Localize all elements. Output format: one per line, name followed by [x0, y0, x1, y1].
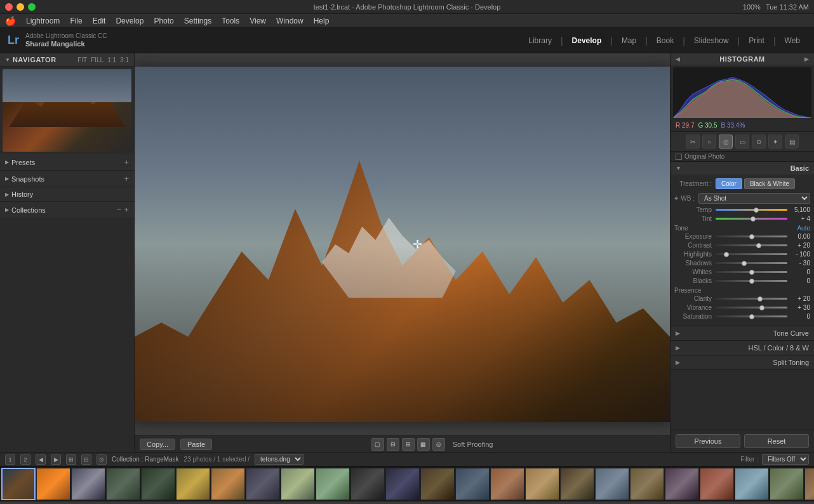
previous-button[interactable]: Previous [676, 434, 740, 448]
whites-thumb[interactable] [749, 270, 754, 275]
presets-header[interactable]: ▶ Presets + [0, 154, 134, 170]
exposure-slider[interactable] [716, 235, 787, 237]
list-view-btn[interactable]: ⊟ [81, 454, 91, 465]
compare-view-btn[interactable]: ⊟ [387, 438, 399, 451]
nav-back-btn[interactable]: ◀ [36, 454, 46, 465]
loupe-view-btn[interactable]: ◎ [432, 438, 445, 451]
tab-develop[interactable]: Develop [566, 34, 608, 48]
menu-file[interactable]: File [70, 17, 82, 25]
filmstrip-thumb-4[interactable] [106, 468, 140, 500]
grid-view-sm-btn[interactable]: ⊞ [66, 454, 76, 465]
filmstrip-thumb-10[interactable] [316, 468, 350, 500]
radial-filter-tool[interactable]: ⊙ [752, 135, 766, 149]
grid-view-btn[interactable]: ▦ [417, 438, 430, 451]
filmstrip-thumb-20[interactable] [665, 468, 699, 500]
tab-web[interactable]: Web [778, 34, 806, 48]
filmstrip-thumb-13[interactable] [420, 468, 455, 500]
auto-btn[interactable]: Auto [797, 225, 810, 232]
snapshots-header[interactable]: ▶ Snapshots + [0, 171, 134, 187]
menu-photo[interactable]: Photo [154, 17, 173, 25]
collections-remove-btn[interactable]: − [117, 205, 122, 215]
tone-curve-section[interactable]: ▶ Tone Curve [671, 326, 814, 341]
highlights-thumb[interactable] [724, 252, 729, 257]
split-toning-section[interactable]: ▶ Split Toning [671, 355, 814, 370]
filmstrip-thumb-14[interactable] [455, 468, 490, 500]
red-eye-tool[interactable]: ◎ [719, 135, 733, 149]
clarity-thumb[interactable] [757, 296, 763, 302]
page-2-btn[interactable]: 2 [20, 454, 30, 465]
filmstrip-thumb-16[interactable] [525, 468, 559, 500]
menu-lightroom[interactable]: Lightroom [26, 17, 60, 25]
filmstrip-thumb-19[interactable] [630, 468, 664, 500]
shadows-slider[interactable] [716, 262, 787, 264]
snapshots-add-btn[interactable]: + [124, 174, 129, 183]
nav-fill-btn[interactable]: FILL [91, 56, 103, 63]
graduated-filter-tool[interactable]: ▭ [735, 135, 749, 149]
menu-settings[interactable]: Settings [184, 17, 211, 25]
file-selector[interactable]: tetons.dng [255, 454, 304, 465]
filter-selector[interactable]: Filters Off Flagged Rated [762, 454, 809, 465]
hsl-section[interactable]: ▶ HSL / Color / 8 & W [671, 341, 814, 355]
filmstrip-thumb-23[interactable] [770, 468, 804, 500]
blacks-slider[interactable] [716, 280, 787, 282]
apple-menu[interactable]: 🍎 [5, 16, 16, 26]
blacks-thumb[interactable] [749, 279, 754, 284]
reset-button[interactable]: Reset [744, 434, 809, 448]
spot-removal-tool[interactable]: ○ [702, 135, 716, 149]
bw-btn[interactable]: Black & White [744, 178, 795, 189]
adjustment-brush-tool[interactable]: ✦ [768, 135, 782, 149]
filmstrip-thumb-15[interactable] [490, 468, 524, 500]
nav-3-1-btn[interactable]: 3:1 [120, 56, 129, 63]
whites-slider[interactable] [716, 271, 787, 273]
tint-slider[interactable] [716, 218, 787, 220]
menu-help[interactable]: Help [314, 17, 330, 25]
temp-thumb[interactable] [754, 208, 759, 213]
filmstrip-thumb-22[interactable] [735, 468, 769, 500]
filmstrip-thumb-21[interactable] [700, 468, 734, 500]
filmstrip-thumb-7[interactable] [211, 468, 245, 500]
vibrance-slider[interactable] [716, 307, 787, 308]
nav-forward-btn[interactable]: ▶ [51, 454, 61, 465]
presets-add-btn[interactable]: + [124, 157, 129, 167]
filmstrip-thumb-5[interactable] [141, 468, 175, 500]
filmstrip-thumb-8[interactable] [246, 468, 280, 500]
filmstrip-thumb-12[interactable] [385, 468, 420, 500]
filmstrip-thumb-1[interactable] [1, 468, 36, 500]
basic-header[interactable]: ▼ Basic [671, 162, 814, 175]
tab-library[interactable]: Library [522, 34, 558, 48]
nav-1-1-btn[interactable]: 1:1 [107, 56, 116, 63]
menu-edit[interactable]: Edit [93, 17, 106, 25]
navigator-preview[interactable] [3, 69, 131, 152]
history-header[interactable]: ▶ History [0, 187, 134, 201]
copy-button[interactable]: Copy... [140, 439, 175, 450]
menu-view[interactable]: View [250, 17, 266, 25]
tab-print[interactable]: Print [742, 34, 771, 48]
original-photo-checkbox[interactable] [676, 154, 682, 160]
vibrance-thumb[interactable] [759, 305, 764, 310]
wb-preset-select[interactable]: As Shot Auto Daylight Cloudy Custom [698, 193, 810, 204]
filmstrip-thumb-9[interactable] [281, 468, 315, 500]
saturation-slider[interactable] [716, 315, 787, 317]
filmstrip-thumb-18[interactable] [595, 468, 629, 500]
color-btn[interactable]: Color [716, 178, 742, 189]
nav-fit-btn[interactable]: FIT [77, 56, 87, 63]
filmstrip-thumb-11[interactable] [350, 468, 385, 500]
extra-view-btn[interactable]: ⊙ [97, 454, 107, 465]
menu-window[interactable]: Window [276, 17, 304, 25]
filmstrip-thumb-17[interactable] [560, 468, 594, 500]
filmstrip-thumb-2[interactable] [36, 468, 70, 500]
page-1-btn[interactable]: 1 [5, 454, 15, 465]
clarity-slider[interactable] [716, 298, 787, 300]
single-view-btn[interactable]: ▢ [371, 438, 384, 451]
contrast-thumb[interactable] [756, 243, 761, 248]
tab-book[interactable]: Book [650, 34, 680, 48]
filmstrip-thumb-3[interactable] [71, 468, 105, 500]
tab-map[interactable]: Map [615, 34, 643, 48]
temp-slider[interactable] [716, 209, 787, 211]
highlights-slider[interactable] [716, 253, 787, 255]
photo-area[interactable]: ✛ [135, 53, 670, 435]
navigator-header[interactable]: ▼ Navigator FIT FILL 1:1 3:1 [0, 53, 134, 67]
exposure-thumb[interactable] [749, 234, 754, 239]
maximize-button[interactable] [28, 3, 36, 11]
close-button[interactable] [5, 3, 13, 11]
